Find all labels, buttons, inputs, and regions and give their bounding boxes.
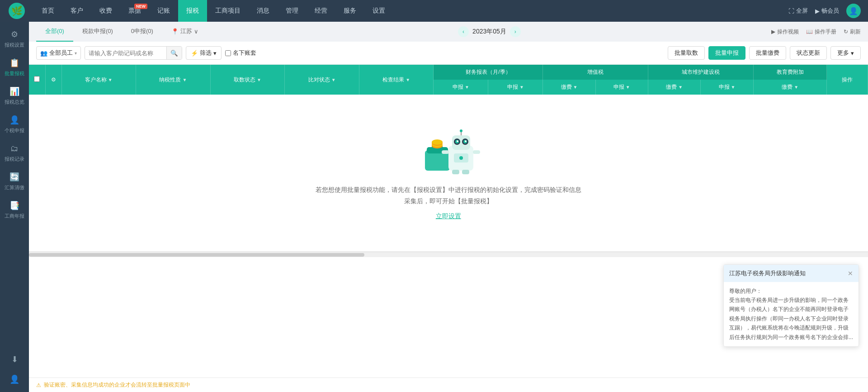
chevron-down-icon: ▾ [75,51,77,56]
tab-jiangsu[interactable]: 📍 江苏 ∨ [162,24,208,40]
nav-service[interactable]: 服务 [335,0,364,22]
user-icon: 👤 [9,374,20,385]
toolbar-right: 批量取数 批量申报 批量缴费 状态更新 更多 ▾ [668,46,861,60]
refresh-icon: ↻ [844,29,848,35]
filter-icon: ▼ [573,85,578,90]
nav-business[interactable]: 工商项目 [207,0,249,22]
horizontal-scrollbar[interactable] [29,252,868,257]
video-icon: ▶ [771,29,775,35]
filter-icon: ▼ [626,85,630,90]
account-checkbox[interactable] [225,50,231,56]
new-badge: NEW [134,4,147,9]
sidebar-item-personal-tax[interactable]: 👤 个税申报 [1,111,28,138]
notification-close-btn[interactable]: ✕ [848,270,853,277]
th-education-fee: 教育费附加 [753,65,827,80]
empty-text: 若您想使用批量报税功能，请先在【报税设置】中进行报税的初始化设置，完成密码验证和… [313,184,584,207]
svg-rect-20 [452,170,459,174]
logo[interactable]: 🌿 [7,1,26,20]
notification-header: 江苏电子税务局升级影响通知 ✕ [724,265,859,282]
th-tax-type[interactable]: 纳税性质 ▼ [136,65,211,95]
nav-message[interactable]: 消息 [249,0,278,22]
nav-menu: 首页 客户 收费 票据 NEW 记账 报税 工商项目 消息 管理 经营 服务 设… [33,0,788,22]
th-city-pay[interactable]: 缴费 ▼ [648,80,701,95]
th-edu-declare[interactable]: 申报 ▼ [701,80,753,95]
employee-select[interactable]: 👥 全部员工 ▾ [36,46,81,60]
empty-state-row: 若您想使用批量报税功能，请先在【报税设置】中进行报税的初始化设置，完成密码验证和… [29,95,868,252]
fullscreen-icon: ⛶ [788,8,794,14]
svg-point-7 [432,139,443,145]
filter-button[interactable]: ⚡ 筛选 ▾ [186,46,222,60]
sidebar-item-tax-settings[interactable]: ⚙ 报税设置 [1,25,28,52]
sidebar-item-tax-records[interactable]: 🗂 报税记录 [1,139,28,166]
filter-icon: ▼ [794,85,798,90]
status-update-btn[interactable]: 状态更新 [790,46,827,60]
search-input[interactable] [85,48,166,58]
tab-zero-declare[interactable]: 0申报(0) [122,24,162,40]
th-edu-pay[interactable]: 缴费 ▼ [753,80,827,95]
nav-fee[interactable]: 收费 [91,0,120,22]
more-btn[interactable]: 更多 ▾ [830,46,861,60]
nav-client[interactable]: 客户 [62,0,91,22]
nav-manage[interactable]: 管理 [278,0,307,22]
nav-invoice[interactable]: 票据 NEW [120,0,149,22]
checkbox-account-label[interactable]: 名下账套 [225,49,256,57]
search-icon: 🔍 [170,50,178,57]
refresh-btn[interactable]: ↻ 刷新 [844,28,861,36]
nav-settings[interactable]: 设置 [364,0,393,22]
sidebar-bottom: ⬇ 👤 [1,350,28,392]
setup-link[interactable]: 立即设置 [436,212,461,220]
th-vat-declare[interactable]: 申报 ▼ [488,80,543,95]
nav-accounting[interactable]: 记账 [149,0,178,22]
th-finance-declare[interactable]: 申报 ▼ [434,80,488,95]
batch-declare-btn[interactable]: 批量申报 [708,46,745,60]
tab-all[interactable]: 全部(0) [36,22,73,42]
sidebar-item-batch-tax[interactable]: 📋 批量报税 [1,54,28,81]
tax-records-icon: 🗂 [9,143,20,154]
filter-icon: ⚡ [191,50,198,57]
th-client-name[interactable]: 客户名称 ▼ [61,65,136,95]
th-compare-status[interactable]: 比对状态 ▼ [285,65,359,95]
th-city-construction-tax: 城市维护建设税 [648,65,754,80]
location-icon: 📍 [171,28,179,35]
nav-tax[interactable]: 报税 [178,0,207,22]
filter-icon: ▼ [331,77,336,82]
svg-point-15 [465,140,467,142]
sidebar-item-annual-report[interactable]: 📑 工商年报 [1,196,28,223]
fullscreen-btn[interactable]: ⛶ 全屏 [788,7,808,15]
svg-point-14 [457,140,458,142]
filter-icon: ▼ [108,77,113,82]
notification-body: 尊敬的用户： 受当前电子税务局进一步升级的影响，同一个政务网账号（办税人）名下的… [724,282,859,346]
th-vat-pay[interactable]: 缴费 ▼ [543,80,595,95]
bottom-bar: ⚠ 验证账密、采集信息均成功的企业才会流转至批量报税页面中 [29,378,868,392]
sidebar-download[interactable]: ⬇ [1,350,28,368]
settings-icon: ⚙ [51,76,56,83]
next-month-btn[interactable]: › [510,26,521,37]
search-button[interactable]: 🔍 [166,46,182,60]
batch-pay-btn[interactable]: 批量缴费 [749,46,786,60]
nav-operation[interactable]: 经营 [307,0,335,22]
notification-popup: 江苏电子税务局升级影响通知 ✕ 尊敬的用户： 受当前电子税务局进一步升级的影响，… [723,264,859,347]
nav-home[interactable]: 首页 [33,0,62,22]
tab-tax-declare[interactable]: 税款申报(0) [73,24,122,40]
operation-manual-btn[interactable]: 📖 操作手册 [806,28,836,36]
user-avatar[interactable]: 👤 [846,4,861,18]
vip-icon: ▶ [815,8,820,14]
operation-video-btn[interactable]: ▶ 操作视频 [771,28,799,36]
svg-rect-18 [442,150,449,154]
sidebar: ⚙ 报税设置 📋 批量报税 📊 报税总览 👤 个税申报 🗂 报税记录 🔄 汇算清… [0,22,29,392]
logo-icon: 🌿 [11,5,23,16]
sidebar-user[interactable]: 👤 [1,370,28,388]
notification-title: 江苏电子税务局升级影响通知 [729,269,806,277]
select-all-checkbox[interactable] [34,76,40,82]
th-city-declare[interactable]: 申报 ▼ [595,80,648,95]
filter-icon: ▼ [182,77,187,82]
th-fetch-status[interactable]: 取数状态 ▼ [210,65,285,95]
vip-btn[interactable]: ▶ 畅会员 [815,7,839,15]
sidebar-item-settlement[interactable]: 🔄 汇算清缴 [1,168,28,195]
sidebar-item-tax-overview[interactable]: 📊 报税总览 [1,82,28,109]
batch-fetch-btn[interactable]: 批量取数 [668,46,705,60]
svg-point-23 [459,156,463,160]
batch-tax-icon: 📋 [9,57,20,68]
th-check-result[interactable]: 检查结果 ▼ [359,65,434,95]
prev-month-btn[interactable]: ‹ [458,26,469,37]
